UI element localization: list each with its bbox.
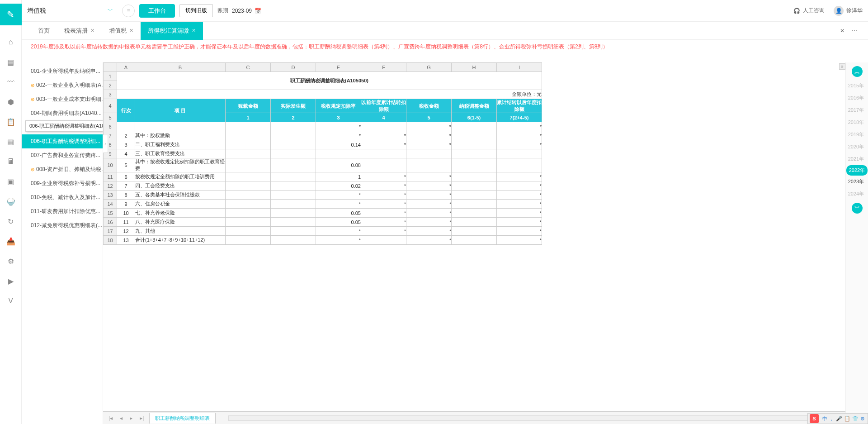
data-cell[interactable]: 0.05 <box>316 209 361 218</box>
data-cell[interactable] <box>452 122 497 131</box>
row-header[interactable]: 13 <box>104 191 117 200</box>
data-cell[interactable]: * <box>361 172 406 181</box>
data-cell[interactable]: * <box>361 181 406 191</box>
item-name[interactable]: 九、其他 <box>135 227 226 236</box>
data-cell[interactable] <box>361 149 406 158</box>
data-cell[interactable]: * <box>406 191 452 200</box>
data-cell[interactable]: * <box>497 122 542 131</box>
data-cell[interactable]: * <box>406 209 452 218</box>
sheet-nav-last[interactable]: ▸| <box>138 415 146 421</box>
ime-logo[interactable]: S <box>810 414 819 423</box>
data-cell[interactable] <box>226 158 271 172</box>
doc-item[interactable]: 006-职工薪酬纳税调整明细... <box>22 134 103 148</box>
data-cell[interactable]: * <box>361 131 406 140</box>
doc-item[interactable]: ⊘002-一般企业收入明细表(A... <box>22 78 103 92</box>
data-cell[interactable] <box>452 131 497 140</box>
data-cell[interactable]: * <box>361 191 406 200</box>
data-cell[interactable] <box>226 236 271 245</box>
data-cell[interactable]: * <box>497 218 542 227</box>
item-name[interactable]: 二、职工福利费支出 <box>135 140 226 149</box>
data-cell[interactable] <box>452 209 497 218</box>
nav-archive-icon[interactable]: ▣ <box>4 174 18 189</box>
line-number[interactable]: 6 <box>117 172 135 181</box>
item-name[interactable]: 八、补充医疗保险 <box>135 218 226 227</box>
data-cell[interactable] <box>271 122 316 131</box>
data-cell[interactable] <box>271 172 316 181</box>
expand-handle[interactable]: » <box>839 63 845 70</box>
data-cell[interactable] <box>271 200 316 209</box>
line-number[interactable]: 12 <box>117 227 135 236</box>
data-cell[interactable] <box>452 218 497 227</box>
close-icon[interactable]: ✕ <box>90 28 94 33</box>
nav-report-icon[interactable]: ▦ <box>4 134 18 149</box>
item-name[interactable]: 五、各类基本社会保障性缴款 <box>135 191 226 200</box>
data-cell[interactable]: * <box>406 236 452 245</box>
line-number[interactable] <box>117 122 135 131</box>
tab-首页[interactable]: 首页 <box>31 22 57 40</box>
spreadsheet-grid[interactable]: ABCDEFGHI1职工薪酬纳税调整明细表(A105050)23金额单位：元4行… <box>103 62 542 245</box>
data-cell[interactable]: * <box>361 200 406 209</box>
col-header[interactable]: G <box>406 63 452 72</box>
sheet-hscroll[interactable] <box>228 415 842 421</box>
doc-item[interactable]: 001-企业所得税年度纳税申... <box>22 64 103 78</box>
sheet-tab[interactable]: 职工薪酬纳税调整明细表 <box>149 413 216 424</box>
nav-gear-icon[interactable]: ⚙ <box>4 254 18 268</box>
data-cell[interactable]: * <box>406 181 452 191</box>
data-cell[interactable]: * <box>406 227 452 236</box>
year-item[interactable]: 2021年 <box>846 153 868 165</box>
data-cell[interactable]: * <box>497 131 542 140</box>
row-header[interactable]: 17 <box>104 227 117 236</box>
line-number[interactable]: 5 <box>117 158 135 172</box>
col-header[interactable]: I <box>497 63 542 72</box>
ime-item[interactable]: 🎤 <box>835 416 843 421</box>
row-header[interactable]: 5 <box>104 113 117 122</box>
data-cell[interactable]: 0.02 <box>316 181 361 191</box>
period-value[interactable]: 2023-09 <box>232 8 252 14</box>
doc-item[interactable]: 010-免税、减计收入及加计... <box>22 191 103 205</box>
data-cell[interactable] <box>361 236 406 245</box>
data-cell[interactable] <box>406 149 452 158</box>
data-cell[interactable]: * <box>361 227 406 236</box>
data-cell[interactable] <box>497 149 542 158</box>
data-cell[interactable]: 0.05 <box>316 218 361 227</box>
line-number[interactable]: 4 <box>117 149 135 158</box>
year-scroll-up[interactable]: ︽ <box>852 66 863 77</box>
col-header[interactable]: F <box>361 63 406 72</box>
data-cell[interactable] <box>226 209 271 218</box>
nav-calc-icon[interactable]: 🖩 <box>4 154 18 169</box>
corner-cell[interactable] <box>104 63 117 72</box>
data-cell[interactable] <box>226 149 271 158</box>
line-number[interactable]: 8 <box>117 191 135 200</box>
item-name[interactable]: 四、工会经费支出 <box>135 181 226 191</box>
doc-item[interactable]: 011-研发费用加计扣除优惠... <box>22 205 103 219</box>
data-cell[interactable] <box>452 181 497 191</box>
data-cell[interactable] <box>226 131 271 140</box>
nav-chart-icon[interactable]: 〰 <box>4 75 18 89</box>
data-cell[interactable]: * <box>497 140 542 149</box>
data-cell[interactable] <box>226 227 271 236</box>
col-header[interactable]: C <box>226 63 271 72</box>
row-header[interactable]: 4 <box>104 99 117 113</box>
user-menu[interactable]: 👤 徐泽华 <box>834 6 863 16</box>
list-toggle-button[interactable]: ≡ <box>122 5 135 17</box>
data-cell[interactable]: * <box>361 140 406 149</box>
data-cell[interactable]: 0.14 <box>316 140 361 149</box>
col-header[interactable]: B <box>135 63 226 72</box>
ime-item[interactable]: ⚙ <box>859 416 866 421</box>
year-item[interactable]: 2022年 <box>846 165 868 176</box>
item-name[interactable]: 三、职工教育经费支出 <box>135 149 226 158</box>
row-header[interactable]: 16 <box>104 218 117 227</box>
year-item[interactable]: 2024年 <box>846 188 868 200</box>
data-cell[interactable]: * <box>497 191 542 200</box>
calendar-icon[interactable]: 📅 <box>255 8 261 14</box>
ime-item[interactable]: 中 <box>821 416 828 421</box>
tab-增值税[interactable]: 增值税✕ <box>102 22 141 40</box>
data-cell[interactable] <box>361 122 406 131</box>
year-scroll-down[interactable]: ︾ <box>852 203 863 214</box>
data-cell[interactable] <box>226 200 271 209</box>
ime-item[interactable]: ， <box>828 416 835 421</box>
app-logo[interactable]: ✎ <box>0 4 22 25</box>
data-cell[interactable]: * <box>316 191 361 200</box>
data-cell[interactable] <box>271 181 316 191</box>
data-cell[interactable] <box>271 191 316 200</box>
